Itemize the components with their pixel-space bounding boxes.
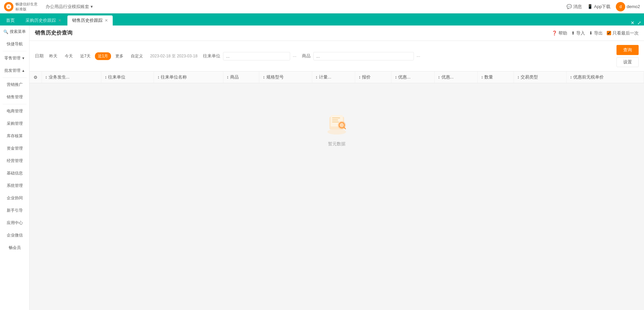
message-icon: 💬 <box>567 4 572 9</box>
col-partner-name[interactable]: ↕ 往来单位名称 <box>154 71 223 83</box>
company-name: 办公用品行业模拟账套 <box>46 4 89 10</box>
data-table: ⚙ ↕ 业务发生... ↕ 往来单位 ↕ 往来单位名称 <box>30 71 644 83</box>
help-button[interactable]: ❓ 帮助 <box>552 30 567 36</box>
col-quote[interactable]: ↕ 报价 <box>355 71 391 83</box>
sidebar-divider-3 <box>3 104 26 104</box>
date-pills: 昨天 今天 近7天 近1月 更多 自定义 <box>46 52 146 60</box>
page-header: 销售历史价查询 ❓ 帮助 ⬆ 导入 ⬇ 导出 只看最后一次 <box>30 25 644 41</box>
message-button[interactable]: 💬 消息 <box>567 4 582 10</box>
sidebar-item-guide[interactable]: 新手引导 <box>0 204 29 217</box>
sidebar-item-wechat[interactable]: 企业微信 <box>0 229 29 242</box>
date-pill-1month[interactable]: 近1月 <box>95 52 111 60</box>
sidebar-item-wholesale[interactable]: 批发管理 ▲ <box>0 64 29 77</box>
table-header-row: ⚙ ↕ 业务发生... ↕ 往来单位 ↕ 往来单位名称 <box>30 71 644 83</box>
tab-purchase[interactable]: 采购历史价跟踪 ✕ <box>21 15 66 25</box>
avatar: d <box>616 2 625 11</box>
col-unit[interactable]: ↕ 计量... <box>312 71 355 83</box>
sidebar-item-retail[interactable]: 零售管理 ▼ <box>0 52 29 64</box>
date-pill-yesterday[interactable]: 昨天 <box>46 52 60 60</box>
col-unit-sort: ↕ <box>316 74 318 80</box>
product-filter-group: 商品 ··· <box>302 52 420 60</box>
partner-filter-group: 往来单位 ··· <box>203 52 297 60</box>
product-input[interactable] <box>313 52 414 60</box>
filter-right-actions: 查询 设置 <box>616 45 639 67</box>
col-partner[interactable]: ↕ 往来单位 <box>101 71 154 83</box>
sidebar-item-search[interactable]: 🔍 搜索菜单 <box>0 25 29 38</box>
partner-input[interactable] <box>223 52 290 60</box>
sidebar-item-enterprise[interactable]: 企业协同 <box>0 192 29 204</box>
date-pill-custom[interactable]: 自定义 <box>128 52 146 60</box>
last-only-checkbox[interactable] <box>607 31 611 35</box>
sidebar-item-ecommerce[interactable]: 电商管理 <box>0 105 29 117</box>
sidebar-item-system[interactable]: 系统管理 <box>0 179 29 192</box>
sidebar-item-marketing[interactable]: 营销推广 <box>0 79 29 91</box>
maximize-window-icon[interactable]: ⤢ <box>637 20 641 25</box>
col-partner-sort: ↕ <box>105 74 107 80</box>
product-label: 商品 <box>302 53 311 59</box>
sidebar-divider-2 <box>3 78 26 78</box>
date-filter-group: 日期 昨天 今天 近7天 近1月 更多 自定义 2023-02-18 至 202… <box>35 52 198 60</box>
close-sales-tab[interactable]: ✕ <box>105 18 108 23</box>
help-icon: ❓ <box>552 31 557 36</box>
col-product[interactable]: ↕ 商品 <box>223 71 259 83</box>
tab-home[interactable]: 首页 <box>1 15 19 25</box>
col-bizdate-sort: ↕ <box>45 74 48 80</box>
search-icon: 🔍 <box>3 30 8 34</box>
export-button[interactable]: ⬇ 导出 <box>589 30 603 36</box>
page-title: 销售历史价查询 <box>35 30 72 41</box>
col-qty[interactable]: ↕ 数量 <box>477 71 514 83</box>
product-more-icon[interactable]: ··· <box>417 54 420 59</box>
export-icon: ⬇ <box>589 31 593 36</box>
sidebar-item-quick[interactable]: 快捷导航 <box>0 38 29 50</box>
date-pill-today[interactable]: 今天 <box>62 52 76 60</box>
close-window-icon[interactable]: ✕ <box>631 20 635 25</box>
logo-icon <box>4 2 13 11</box>
top-bar-left: 畅捷信好生意 标准版 办公用品行业模拟账套 ▾ <box>4 2 93 11</box>
date-pill-7days[interactable]: 近7天 <box>77 52 94 60</box>
import-icon: ⬆ <box>571 31 575 36</box>
col-spec[interactable]: ↕ 规格型号 <box>259 71 312 83</box>
sidebar-divider-1 <box>3 51 26 51</box>
company-select[interactable]: 办公用品行业模拟账套 ▾ <box>46 4 93 10</box>
date-label: 日期 <box>35 53 44 59</box>
sidebar-item-sales-mgmt[interactable]: 销售管理 <box>0 91 29 103</box>
sidebar-item-operations[interactable]: 经营管理 <box>0 155 29 167</box>
sidebar-item-vip[interactable]: 畅会员 <box>0 242 29 254</box>
page-header-actions: ❓ 帮助 ⬆ 导入 ⬇ 导出 只看最后一次 <box>552 30 639 40</box>
import-button[interactable]: ⬆ 导入 <box>571 30 585 36</box>
sidebar-item-apps[interactable]: 应用中心 <box>0 217 29 229</box>
dropdown-icon: ▾ <box>91 4 93 9</box>
partner-more-icon[interactable]: ··· <box>293 54 297 59</box>
logo-area: 畅捷信好生意 标准版 <box>4 2 38 11</box>
last-only-checkbox-label[interactable]: 只看最后一次 <box>607 30 639 36</box>
sidebar-item-basic[interactable]: 基础信息 <box>0 167 29 179</box>
retail-arrow: ▼ <box>22 56 25 60</box>
col-bizdate[interactable]: ↕ 业务发生... <box>42 71 101 83</box>
col-partnername-sort: ↕ <box>157 74 160 80</box>
tab-sales[interactable]: 销售历史价跟踪 ✕ <box>67 15 113 25</box>
sidebar: 🔍 搜索菜单 快捷导航 零售管理 ▼ 批发管理 ▲ 营销推广 销售管理 电商管理… <box>0 25 30 310</box>
col-discount2[interactable]: ↕ 优惠... <box>434 71 477 83</box>
user-menu[interactable]: d demo2 <box>616 2 640 11</box>
close-purchase-tab[interactable]: ✕ <box>58 18 61 23</box>
top-bar-right: 💬 消息 📱 App下载 d demo2 <box>567 2 640 11</box>
col-discount1[interactable]: ↕ 优惠... <box>391 71 434 83</box>
date-pill-more[interactable]: 更多 <box>112 52 126 60</box>
sidebar-item-finance[interactable]: 资金管理 <box>0 142 29 155</box>
col-settings[interactable]: ⚙ <box>30 71 42 83</box>
setting-button[interactable]: 设置 <box>616 57 639 67</box>
table-head: ⚙ ↕ 业务发生... ↕ 往来单位 ↕ 往来单位名称 <box>30 71 644 83</box>
sidebar-item-inventory[interactable]: 库存核算 <box>0 130 29 142</box>
app-download-button[interactable]: 📱 App下载 <box>587 4 610 10</box>
col-quote-sort: ↕ <box>359 74 361 80</box>
col-pricenotax-sort: ↕ <box>570 74 572 80</box>
col-price-notax[interactable]: ↕ 优惠前无税单价 <box>567 71 644 83</box>
col-trade-type[interactable]: ↕ 交易类型 <box>514 71 566 83</box>
date-range-display: 2023-02-18 至 2023-03-18 <box>150 53 197 59</box>
query-button[interactable]: 查询 <box>616 45 639 55</box>
settings-icon[interactable]: ⚙ <box>34 75 38 80</box>
content-area: 销售历史价查询 ❓ 帮助 ⬆ 导入 ⬇ 导出 只看最后一次 <box>30 25 644 310</box>
sidebar-item-purchase[interactable]: 采购管理 <box>0 117 29 130</box>
col-tradetype-sort: ↕ <box>517 74 520 80</box>
phone-icon: 📱 <box>587 4 593 9</box>
